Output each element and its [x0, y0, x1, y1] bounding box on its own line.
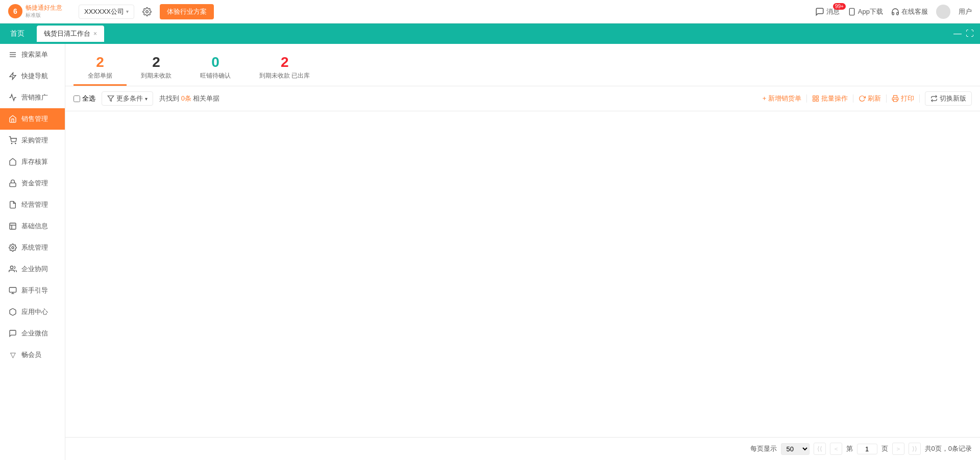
settings-button[interactable] [139, 4, 155, 19]
divider3 [886, 94, 887, 103]
page-size-select[interactable]: 50 100 200 [781, 443, 810, 455]
print-icon [892, 95, 899, 102]
svg-rect-22 [813, 99, 815, 101]
sidebar-item-member[interactable]: ▽ 畅会员 [0, 344, 65, 366]
print-label: 打印 [901, 94, 914, 103]
sidebar-item-basic-info[interactable]: 基础信息 [0, 215, 65, 237]
divider2 [853, 94, 853, 103]
sidebar-item-inventory[interactable]: 库存核算 [0, 151, 65, 173]
filter-button[interactable]: 更多条件 ▾ [102, 91, 153, 106]
sidebar-item-search-menu[interactable]: 搜索菜单 [0, 44, 65, 65]
top-bar-left: 6 畅捷通好生意 标准版 XXXXXX公司 ▾ 体验行业方案 [8, 4, 214, 19]
sidebar-label-basic-info: 基础信息 [21, 222, 48, 231]
svg-rect-1 [849, 8, 854, 15]
sales-icon [8, 114, 17, 124]
svg-rect-21 [816, 99, 818, 101]
marketing-icon [8, 93, 17, 102]
top-bar-right: 消息 99+ App下载 在线客服 用户 [815, 5, 972, 19]
add-sales-order-button[interactable]: + 新增销货单 [763, 94, 801, 103]
sidebar: 搜索菜单 快捷导航 营销推广 销售管理 采购管理 [0, 44, 65, 460]
last-page-button[interactable]: ⟩⟩ [909, 443, 921, 455]
sidebar-label-app-center: 应用中心 [21, 307, 48, 317]
app-download-button[interactable]: App下载 [848, 7, 883, 16]
print-button[interactable]: 打印 [892, 94, 914, 103]
quick-nav-icon [8, 71, 17, 81]
svg-rect-20 [816, 96, 818, 98]
tab-maximize-button[interactable]: ⛶ [966, 29, 974, 38]
page-size-label: 每页显示 [750, 444, 777, 453]
message-badge: 99+ [833, 3, 846, 10]
company-selector[interactable]: XXXXXX公司 ▾ [79, 5, 134, 19]
stat-tab-overdue[interactable]: 2 到期未收款 [127, 50, 186, 86]
chevron-down-icon: ▾ [126, 9, 129, 14]
next-page-button[interactable]: ＞ [892, 443, 904, 455]
tab-label: 钱货日清工作台 [44, 29, 90, 38]
sidebar-label-quick-nav: 快捷导航 [21, 71, 48, 81]
stats-tabs: 2 全部单据 2 到期未收款 0 旺铺待确认 2 到期未收款 已出库 [65, 44, 980, 86]
svg-rect-23 [894, 99, 897, 102]
tab-qianhuoriqing[interactable]: 钱货日清工作台 × [37, 26, 104, 42]
stat-label-all: 全部单据 [88, 71, 112, 80]
operations-icon [8, 200, 17, 209]
stat-tab-all[interactable]: 2 全部单据 [74, 50, 127, 86]
select-all-checkbox[interactable]: 全选 [74, 94, 95, 103]
stat-label-shipped: 到期未收款 已出库 [259, 71, 310, 80]
sidebar-item-operations[interactable]: 经营管理 [0, 194, 65, 215]
svg-point-7 [11, 143, 12, 143]
prev-page-button[interactable]: ＜ [830, 443, 842, 455]
switch-version-button[interactable]: 切换新版 [925, 91, 972, 106]
sidebar-item-cooperation[interactable]: 企业协同 [0, 258, 65, 280]
svg-rect-9 [10, 183, 16, 186]
sidebar-item-quick-nav[interactable]: 快捷导航 [0, 65, 65, 87]
stat-tab-pending[interactable]: 0 旺铺待确认 [186, 50, 245, 86]
logo-icon: 6 [8, 4, 22, 18]
sidebar-item-finance[interactable]: 资金管理 [0, 173, 65, 194]
sidebar-item-sales[interactable]: 销售管理 [0, 108, 65, 130]
svg-point-8 [15, 143, 16, 143]
content-area: 2 全部单据 2 到期未收款 0 旺铺待确认 2 到期未收款 已出库 全选 [65, 44, 980, 460]
divider [806, 94, 807, 103]
sidebar-item-app-center[interactable]: 应用中心 [0, 301, 65, 323]
page-label: 第 [846, 444, 853, 453]
app-center-icon [8, 307, 17, 317]
tab-close-icon[interactable]: × [93, 30, 97, 37]
sidebar-item-guide[interactable]: 新手引导 [0, 280, 65, 301]
select-all-input[interactable] [74, 95, 80, 102]
guide-icon [8, 286, 17, 295]
svg-rect-10 [10, 223, 16, 229]
divider4 [919, 94, 920, 103]
sidebar-label-purchase: 采购管理 [21, 136, 48, 145]
finance-icon [8, 179, 17, 188]
sidebar-label-guide: 新手引导 [21, 286, 48, 295]
system-icon [8, 243, 17, 252]
company-name: XXXXXX公司 [84, 7, 124, 16]
user-avatar[interactable] [936, 5, 950, 19]
sidebar-item-system[interactable]: 系统管理 [0, 237, 65, 258]
first-page-button[interactable]: ⟨⟨ [814, 443, 826, 455]
refresh-label: 刷新 [868, 94, 881, 103]
tab-minimize-button[interactable]: — [953, 29, 962, 38]
user-name[interactable]: 用户 [959, 7, 972, 16]
tab-home[interactable]: 首页 [0, 23, 35, 44]
online-service-button[interactable]: 在线客服 [891, 7, 928, 16]
sidebar-label-cooperation: 企业协同 [21, 264, 48, 274]
batch-operation-button[interactable]: 批量操作 [812, 94, 848, 103]
found-prefix: 共找到 [159, 94, 179, 102]
batch-icon [812, 95, 819, 102]
message-button[interactable]: 消息 99+ [815, 7, 840, 16]
sidebar-label-search-menu: 搜索菜单 [21, 50, 48, 59]
stat-number-overdue: 2 [152, 54, 160, 70]
switch-label: 切换新版 [940, 94, 966, 103]
sidebar-label-sales: 销售管理 [21, 114, 48, 124]
filter-label: 更多条件 [116, 94, 143, 103]
refresh-button[interactable]: 刷新 [859, 94, 881, 103]
svg-rect-15 [9, 287, 16, 292]
sidebar-item-purchase[interactable]: 采购管理 [0, 130, 65, 151]
page-input[interactable] [857, 444, 877, 454]
online-service-label: 在线客服 [901, 7, 928, 16]
experience-button[interactable]: 体验行业方案 [160, 4, 214, 19]
sidebar-item-marketing[interactable]: 营销推广 [0, 87, 65, 108]
stat-tab-shipped[interactable]: 2 到期未收款 已出库 [245, 50, 324, 86]
switch-icon [930, 95, 938, 102]
sidebar-item-wechat[interactable]: 企业微信 [0, 323, 65, 344]
